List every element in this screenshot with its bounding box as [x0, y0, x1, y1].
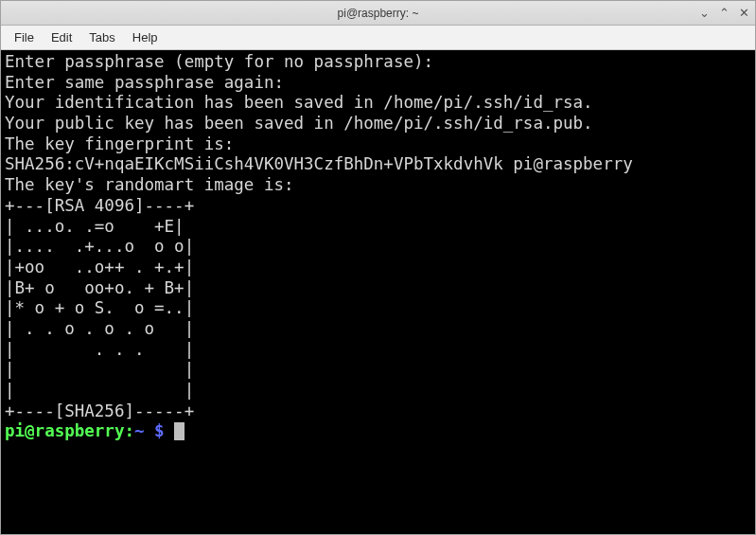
- prompt-colon: :: [124, 421, 134, 440]
- terminal-line: | . . o . o . o |: [5, 319, 194, 338]
- terminal-line: | |: [5, 381, 194, 400]
- prompt-separator: [145, 421, 155, 440]
- terminal-output[interactable]: Enter passphrase (empty for no passphras…: [1, 50, 755, 534]
- maximize-icon[interactable]: ⌃: [719, 7, 730, 19]
- terminal-line: |.... .+...o o o|: [5, 237, 194, 256]
- terminal-line: | . . . |: [5, 340, 194, 359]
- terminal-line: The key's randomart image is:: [5, 175, 294, 194]
- menu-edit[interactable]: Edit: [44, 27, 79, 47]
- terminal-line: SHA256:cV+nqaEIKcMSiiCsh4VK0VH3CzfBhDn+V…: [5, 154, 633, 173]
- terminal-line: | ...o. .=o +E|: [5, 217, 185, 236]
- terminal-line: +---[RSA 4096]----+: [5, 196, 194, 215]
- prompt-dollar: $: [154, 421, 165, 440]
- menu-tabs[interactable]: Tabs: [81, 27, 122, 47]
- terminal-line: | |: [5, 360, 194, 379]
- menu-file[interactable]: File: [7, 27, 42, 47]
- prompt-user-host: pi@raspberry: [5, 421, 124, 440]
- terminal-line: |* o + o S. o =..|: [5, 298, 194, 317]
- terminal-line: Your public key has been saved in /home/…: [5, 114, 593, 133]
- close-icon[interactable]: ✕: [739, 7, 749, 19]
- cursor-block: [174, 422, 185, 440]
- terminal-line: The key fingerprint is:: [5, 134, 234, 153]
- window-title: pi@raspberry: ~: [1, 7, 755, 20]
- terminal-line: |+oo ..o++ . +.+|: [5, 258, 194, 276]
- terminal-line: Enter passphrase (empty for no passphras…: [5, 52, 433, 71]
- terminal-line: Your identification has been saved in /h…: [5, 93, 593, 112]
- terminal-line: Enter same passphrase again:: [5, 73, 284, 92]
- window-controls: ⌄ ⌃ ✕: [699, 1, 749, 25]
- window-titlebar: pi@raspberry: ~ ⌄ ⌃ ✕: [1, 1, 755, 26]
- terminal-line: |B+ o oo+o. + B+|: [5, 278, 194, 297]
- terminal-line: +----[SHA256]-----+: [5, 401, 194, 420]
- menu-help[interactable]: Help: [125, 27, 166, 47]
- menu-bar: File Edit Tabs Help: [1, 26, 755, 50]
- prompt-path: ~: [134, 421, 145, 440]
- minimize-icon[interactable]: ⌄: [699, 7, 710, 19]
